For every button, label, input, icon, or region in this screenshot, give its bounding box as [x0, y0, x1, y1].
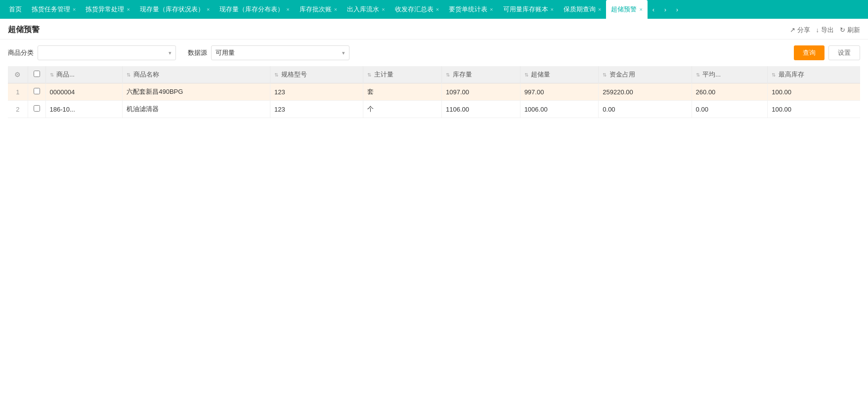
column-unit[interactable]: ⇅ 主计量 — [363, 66, 442, 83]
column-spec[interactable]: ⇅ 规格型号 — [270, 66, 363, 83]
nav-item-requisition[interactable]: 要货单统计表 × — [444, 0, 498, 19]
row-name: 六配套新昌490BPG — [123, 83, 270, 101]
page-header: 超储预警 ↗ 分享 ↓ 导出 ↻ 刷新 — [0, 19, 868, 40]
close-icon[interactable]: × — [436, 6, 439, 12]
category-label: 商品分类 — [8, 48, 34, 57]
row-capital: 259220.00 — [599, 83, 692, 101]
header-actions: ↗ 分享 ↓ 导出 ↻ 刷新 — [790, 26, 861, 35]
close-icon[interactable]: × — [334, 6, 337, 12]
nav-item-overstock[interactable]: 超储预警 × — [606, 0, 647, 19]
row-overstock: 1006.00 — [520, 101, 599, 118]
row-stock: 1106.00 — [441, 101, 520, 118]
row-overstock: 997.00 — [520, 83, 599, 101]
column-maxstock[interactable]: ⇅ 最高库存 — [768, 66, 860, 83]
page-container: 超储预警 ↗ 分享 ↓ 导出 ↻ 刷新 商品分类 ▾ 数据源 — [0, 19, 868, 395]
share-icon: ↗ — [790, 26, 795, 34]
nav-item-stock-status[interactable]: 现存量（库存状况表） × — [135, 0, 215, 19]
column-name[interactable]: ⇅ 商品名称 — [123, 66, 270, 83]
column-overstock[interactable]: ⇅ 超储量 — [520, 66, 599, 83]
nav-item-pick-task[interactable]: 拣货任务管理 × — [27, 0, 81, 19]
sort-icon: ⇅ — [127, 72, 130, 78]
nav-item-available[interactable]: 可用量库存账本 × — [498, 0, 559, 19]
sort-icon: ⇅ — [50, 72, 54, 78]
row-unit: 个 — [363, 101, 442, 118]
row-checkbox-cell[interactable] — [28, 83, 45, 101]
close-icon[interactable]: × — [286, 6, 289, 12]
select-all-checkbox[interactable] — [34, 71, 40, 77]
filter-actions: 查询 设置 — [794, 45, 860, 60]
column-select-all[interactable] — [28, 66, 45, 83]
refresh-button[interactable]: ↻ 刷新 — [840, 26, 860, 35]
sort-icon: ⇅ — [524, 72, 528, 78]
nav-bar: 首页 拣货任务管理 × 拣货异常处理 × 现存量（库存状况表） × 现存量（库存… — [0, 0, 868, 19]
column-capital[interactable]: ⇅ 资金占用 — [599, 66, 692, 83]
row-maxstock: 100.00 — [768, 83, 860, 101]
nav-item-batch[interactable]: 库存批次账 × — [295, 0, 342, 19]
close-icon[interactable]: × — [207, 6, 210, 12]
close-icon[interactable]: × — [127, 6, 130, 12]
sort-icon: ⇅ — [603, 72, 607, 78]
table-row: 2 186-10... 机油滤清器 123 个 1106.00 1006.00 … — [8, 101, 860, 118]
query-button[interactable]: 查询 — [794, 45, 825, 60]
gear-icon[interactable]: ⚙ — [14, 71, 21, 79]
table-header-row: ⚙ ⇅ 商品... ⇅ 商品名称 ⇅ 规格型号 — [8, 66, 860, 83]
row-checkbox[interactable] — [34, 105, 40, 112]
filter-category: 商品分类 ▾ — [8, 45, 176, 60]
row-maxstock: 100.00 — [768, 101, 860, 118]
column-code[interactable]: ⇅ 商品... — [45, 66, 123, 83]
row-avg: 0.00 — [692, 101, 768, 118]
nav-item-stock-dist[interactable]: 现存量（库存分布表） × — [215, 0, 294, 19]
row-checkbox[interactable] — [34, 88, 40, 94]
row-avg: 260.00 — [692, 83, 768, 101]
nav-item-inout-flow[interactable]: 出入库流水 × — [342, 0, 390, 19]
row-code: 0000004 — [45, 83, 123, 101]
column-stock[interactable]: ⇅ 库存量 — [441, 66, 520, 83]
data-table: ⚙ ⇅ 商品... ⇅ 商品名称 ⇅ 规格型号 — [8, 66, 860, 118]
share-button[interactable]: ↗ 分享 — [790, 26, 810, 35]
row-spec: 123 — [270, 83, 363, 101]
sort-icon: ⇅ — [274, 72, 278, 78]
close-icon[interactable]: × — [382, 6, 385, 12]
nav-item-summary[interactable]: 收发存汇总表 × — [390, 0, 444, 19]
row-stock: 1097.00 — [441, 83, 520, 101]
close-icon[interactable]: × — [490, 6, 493, 12]
row-name: 机油滤清器 — [123, 101, 270, 118]
filter-bar: 商品分类 ▾ 数据源 可用量 ▾ 查询 设置 — [0, 40, 868, 66]
close-icon[interactable]: × — [551, 6, 554, 12]
nav-next-arrow[interactable]: › — [659, 0, 671, 19]
chevron-down-icon: ▾ — [169, 50, 172, 56]
sort-icon: ⇅ — [772, 72, 776, 78]
row-checkbox-cell[interactable] — [28, 101, 45, 118]
settings-button[interactable]: 设置 — [828, 45, 860, 60]
row-spec: 123 — [270, 101, 363, 118]
nav-item-expiry[interactable]: 保质期查询 × — [559, 0, 606, 19]
close-icon[interactable]: × — [639, 6, 642, 12]
nav-more-arrow[interactable]: › — [671, 0, 683, 19]
nav-item-home[interactable]: 首页 — [4, 0, 27, 19]
filter-datasource: 数据源 可用量 ▾ — [188, 45, 349, 60]
chevron-down-icon: ▾ — [342, 50, 345, 56]
column-avg[interactable]: ⇅ 平均... — [692, 66, 768, 83]
row-num: 2 — [8, 101, 28, 118]
table-body: 1 0000004 六配套新昌490BPG 123 套 1097.00 997.… — [8, 83, 860, 118]
export-icon: ↓ — [816, 26, 820, 34]
close-icon[interactable]: × — [598, 6, 601, 12]
column-settings[interactable]: ⚙ — [8, 66, 28, 83]
datasource-value: 可用量 — [216, 48, 235, 57]
nav-prev-arrow[interactable]: ‹ — [648, 0, 659, 19]
nav-item-pick-exception[interactable]: 拣货异常处理 × — [81, 0, 134, 19]
sort-icon: ⇅ — [696, 72, 700, 78]
category-select[interactable]: ▾ — [38, 45, 176, 60]
table-row: 1 0000004 六配套新昌490BPG 123 套 1097.00 997.… — [8, 83, 860, 101]
table-container: ⚙ ⇅ 商品... ⇅ 商品名称 ⇅ 规格型号 — [0, 66, 868, 118]
datasource-select[interactable]: 可用量 ▾ — [211, 45, 349, 60]
close-icon[interactable]: × — [73, 6, 76, 12]
export-button[interactable]: ↓ 导出 — [816, 26, 834, 35]
refresh-icon: ↻ — [840, 26, 845, 34]
row-num: 1 — [8, 83, 28, 101]
row-capital: 0.00 — [599, 101, 692, 118]
datasource-label: 数据源 — [188, 48, 207, 57]
page-title: 超储预警 — [8, 25, 40, 35]
sort-icon: ⇅ — [367, 72, 371, 78]
row-code: 186-10... — [45, 101, 123, 118]
